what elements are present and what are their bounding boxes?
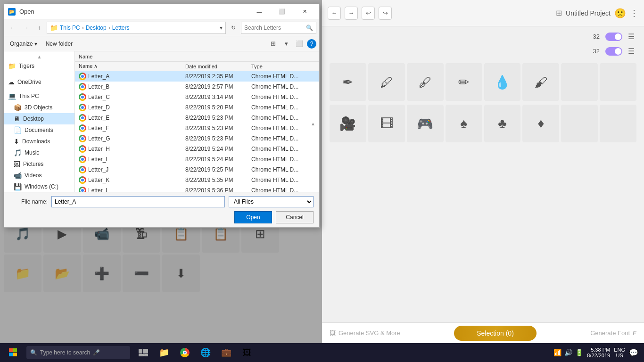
icon-pencil[interactable]: ✏ bbox=[446, 63, 482, 101]
filename-input[interactable] bbox=[51, 196, 225, 207]
icon-diamond[interactable]: ♦ bbox=[522, 105, 559, 142]
search-input[interactable] bbox=[244, 25, 304, 31]
svg-rect-4 bbox=[139, 349, 142, 354]
sidebar-item-desktop[interactable]: 🖥 Desktop bbox=[4, 113, 74, 124]
view-preview-icon[interactable]: ⬜ bbox=[294, 38, 305, 49]
col-name-header[interactable]: Name bbox=[77, 54, 185, 59]
icon-film[interactable]: 🎞 bbox=[368, 105, 405, 142]
col-headers-row: Name ∧ Date modified Type bbox=[75, 62, 319, 71]
app-menu-btn[interactable]: ⋮ bbox=[630, 8, 638, 18]
refresh-btn[interactable]: ↻ bbox=[228, 22, 239, 33]
icon-pen2[interactable]: 🖊 bbox=[368, 63, 405, 101]
svg-rect-1 bbox=[13, 348, 17, 352]
view-list-icon[interactable]: ⊞ bbox=[267, 38, 279, 49]
dialog-footer: File name: All FilesHTML FilesText Files… bbox=[4, 192, 319, 227]
dialog-minimize-btn[interactable]: — bbox=[248, 4, 270, 19]
icon-drop[interactable]: 💧 bbox=[484, 63, 521, 101]
file-row[interactable]: Letter_J 8/22/2019 5:25 PM Chrome HTML D… bbox=[75, 165, 319, 175]
file-row[interactable]: Letter_H 8/22/2019 5:24 PM Chrome HTML D… bbox=[75, 144, 319, 154]
app-undo-btn[interactable]: ↩ bbox=[362, 7, 375, 20]
dialog-main-area: ▲ 📁 Tigers ☁ OneDrive 💻 This PC 📦 3D Obj… bbox=[4, 51, 319, 192]
app-back-btn[interactable]: ← bbox=[328, 7, 341, 20]
breadcrumb-bar[interactable]: 📁 This PC › Desktop › Letters ▾ bbox=[47, 22, 226, 34]
file-row[interactable]: Letter_C 8/22/2019 3:14 PM Chrome HTML D… bbox=[75, 92, 319, 102]
network-sys-icon[interactable]: 📶 bbox=[553, 349, 561, 356]
notification-icon[interactable]: 💬 bbox=[629, 348, 638, 357]
start-button[interactable] bbox=[2, 343, 25, 362]
app5-btn[interactable]: 💼 bbox=[217, 343, 236, 362]
menu-dots-1[interactable]: ☰ bbox=[628, 32, 635, 41]
sidebar-item-documents[interactable]: 📄 Documents bbox=[4, 124, 74, 136]
app-forward-btn[interactable]: → bbox=[345, 7, 358, 20]
icon-club[interactable]: ♣ bbox=[484, 105, 521, 142]
app-redo-btn[interactable]: ↪ bbox=[379, 7, 392, 20]
file-row[interactable]: Letter_F 8/22/2019 5:23 PM Chrome HTML D… bbox=[75, 123, 319, 133]
taskbar-search-bar[interactable]: 🔍 Type here to search 🎤 bbox=[26, 346, 130, 359]
col-date-label[interactable]: Date modified bbox=[185, 64, 251, 69]
sidebar-item-downloads[interactable]: ⬇ Downloads bbox=[4, 136, 74, 147]
gen-svg-label: Generate SVG & More bbox=[339, 329, 400, 337]
help-icon[interactable]: ? bbox=[307, 39, 316, 49]
selection-bar[interactable]: Selection (0) bbox=[454, 326, 537, 341]
breadcrumb-letters[interactable]: Letters bbox=[112, 25, 130, 31]
dialog-close-btn[interactable]: ✕ bbox=[294, 4, 315, 19]
file-row[interactable]: Letter_I 8/22/2019 5:24 PM Chrome HTML D… bbox=[75, 154, 319, 165]
sidebar-item-onedrive[interactable]: ☁ OneDrive bbox=[4, 76, 74, 88]
nav-forward-btn[interactable]: → bbox=[20, 22, 32, 33]
taskview-btn[interactable] bbox=[134, 343, 153, 362]
dialog-title-icon: 📂 bbox=[8, 8, 16, 16]
nav-up-btn[interactable]: ↑ bbox=[33, 22, 45, 33]
gen-font-button[interactable]: Generate Font F bbox=[590, 329, 636, 337]
icon-pen3[interactable]: 🖋 bbox=[407, 63, 444, 101]
icon-dummy2 bbox=[600, 63, 636, 101]
icon-video[interactable]: 🎥 bbox=[330, 105, 366, 142]
breadcrumb-desktop[interactable]: Desktop bbox=[86, 25, 107, 31]
view-dropdown-icon[interactable]: ▾ bbox=[281, 38, 292, 49]
nav-back-btn[interactable]: ← bbox=[7, 22, 18, 33]
sidebar-item-music[interactable]: 🎵 Music bbox=[4, 147, 74, 158]
file-row[interactable]: Letter_L 8/22/2019 5:36 PM Chrome HTML D… bbox=[75, 185, 319, 192]
sidebar-item-videos[interactable]: 📹 Videos bbox=[4, 170, 74, 181]
toggle-2[interactable] bbox=[605, 47, 622, 56]
volume-icon[interactable]: 🔊 bbox=[564, 349, 572, 356]
app6-btn[interactable]: 🖼 bbox=[238, 343, 256, 362]
file-row[interactable]: Letter_G 8/22/2019 5:23 PM Chrome HTML D… bbox=[75, 133, 319, 144]
filetype-select[interactable]: All FilesHTML FilesText Files bbox=[229, 196, 314, 207]
sidebar-item-thispc[interactable]: 💻 This PC bbox=[4, 90, 74, 102]
dialog-maximize-btn[interactable]: ⬜ bbox=[271, 4, 293, 19]
dialog-buttons: Open Cancel bbox=[10, 211, 314, 223]
search-bar[interactable]: 🔍 bbox=[241, 22, 316, 34]
chrome-btn-taskbar[interactable] bbox=[175, 343, 194, 362]
gen-svg-button[interactable]: 🖼 Generate SVG & More bbox=[330, 329, 400, 337]
open-button[interactable]: Open bbox=[234, 211, 272, 223]
edge-btn[interactable]: 🌐 bbox=[196, 343, 215, 362]
app-topbar: ← → ↩ ↪ ⊞ Untitled Project 🙁 ⋮ bbox=[322, 0, 644, 26]
file-row[interactable]: Letter_A 8/22/2019 2:35 PM Chrome HTML D… bbox=[75, 71, 319, 82]
explorer-btn[interactable]: 📁 bbox=[155, 343, 173, 362]
lang-indicator[interactable]: ENG US bbox=[614, 347, 625, 358]
icon-spade[interactable]: ♠ bbox=[446, 105, 482, 142]
col-name-label[interactable]: Name ∧ bbox=[77, 63, 185, 69]
file-row[interactable]: Letter_K 8/22/2019 5:35 PM Chrome HTML D… bbox=[75, 175, 319, 185]
sidebar-item-tigers[interactable]: 📁 Tigers bbox=[4, 60, 74, 72]
icon-pacman[interactable]: 🎮 bbox=[407, 105, 444, 142]
sidebar-item-3dobjects[interactable]: 📦 3D Objects bbox=[4, 102, 74, 113]
menu-dots-2[interactable]: ☰ bbox=[628, 47, 635, 56]
battery-icon[interactable]: 🔋 bbox=[575, 349, 583, 356]
sidebar-item-windowsc[interactable]: 💾 Windows (C:) bbox=[4, 181, 74, 192]
icon-pen[interactable]: ✒ bbox=[330, 63, 366, 101]
breadcrumb-dropdown[interactable]: ▾ bbox=[220, 25, 223, 31]
sidebar-item-pictures[interactable]: 🖼 Pictures bbox=[4, 158, 74, 170]
file-row[interactable]: Letter_D 8/22/2019 5:20 PM Chrome HTML D… bbox=[75, 102, 319, 113]
scroll-up[interactable]: ▲ bbox=[4, 53, 74, 60]
file-row[interactable]: Letter_B 8/22/2019 2:57 PM Chrome HTML D… bbox=[75, 82, 319, 92]
toggle-1[interactable] bbox=[605, 33, 622, 41]
file-row[interactable]: Letter_E 8/22/2019 5:23 PM Chrome HTML D… bbox=[75, 113, 319, 123]
new-folder-btn[interactable]: New folder bbox=[43, 40, 75, 48]
clock[interactable]: 5:38 PM 8/22/2019 bbox=[587, 347, 610, 358]
cancel-button[interactable]: Cancel bbox=[276, 211, 314, 223]
organize-btn[interactable]: Organize ▾ bbox=[7, 40, 40, 48]
app6-icon: 🖼 bbox=[243, 348, 251, 358]
breadcrumb-thispc[interactable]: This PC bbox=[60, 25, 80, 31]
icon-paint[interactable]: 🖌 bbox=[522, 63, 559, 101]
